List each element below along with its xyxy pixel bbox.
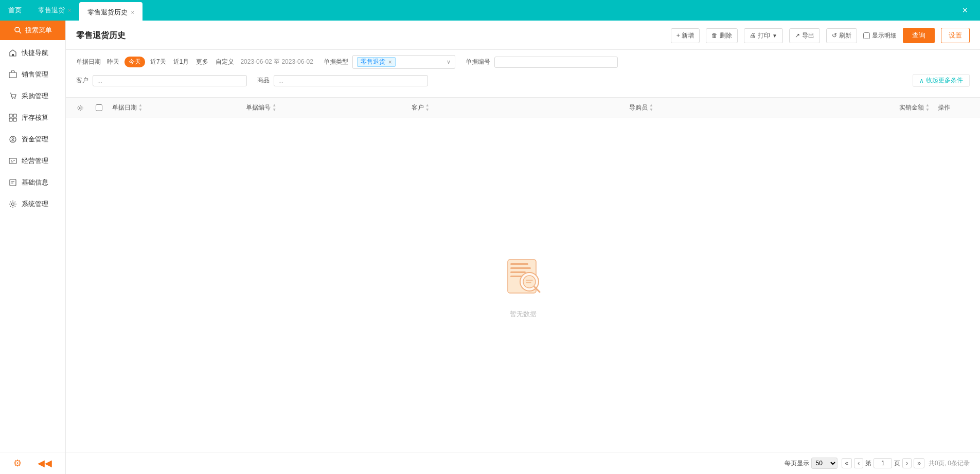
th-guide[interactable]: 导购员 ▲▼ [625,98,790,117]
empty-state: 暂无数据 [66,118,980,452]
purchase-icon [8,92,17,101]
sidebar-item-purchase[interactable]: 采购管理 [0,85,65,107]
page-input[interactable] [874,458,892,468]
search-menu-button[interactable]: 搜索菜单 [0,21,65,40]
th-checkbox[interactable] [90,104,108,111]
sidebar-item-finance[interactable]: 资金管理 [0,129,65,150]
sidebar-item-sales[interactable]: 销售管理 [0,64,65,85]
tab-home[interactable]: 首页 [0,0,30,21]
collapse-label: 收起更多条件 [926,76,963,85]
doc-number-input[interactable] [494,57,618,68]
tab-retail-return-history-close[interactable]: × [131,9,134,15]
date-opt-7days[interactable]: 近7天 [148,57,168,67]
sidebar-items: 快捷导航 销售管理 采购管理 库存核算 [0,40,65,452]
setting-label: 设置 [949,31,962,39]
svg-rect-6 [9,114,12,117]
page-header-top: 零售退货历史 + 新增 🗑 删除 🖨 打印 ▼ ↗ [76,28,970,43]
svg-rect-3 [9,72,16,78]
th-doc-date[interactable]: 单据日期 ▲▼ [108,98,242,117]
page-suffix: 页 [894,459,900,468]
th-settings-icon[interactable] [71,104,90,112]
goods-filter: 商品 ... [257,75,428,86]
refresh-button[interactable]: ↺ 刷新 [826,28,857,43]
sort-icons-date: ▲▼ [138,103,142,112]
svg-rect-11 [9,158,16,163]
doc-type-filter: 单据类型 零售退货 × ∨ [324,55,455,69]
export-label: 导出 [802,31,814,40]
first-page-button[interactable]: « [842,458,852,468]
display-toggle-checkbox[interactable] [863,32,870,39]
table-area: 单据日期 ▲▼ 单据编号 ▲▼ 客户 ▲▼ [66,98,980,452]
date-opt-today[interactable]: 今天 [124,57,145,67]
date-filter: 单据日期 昨天 今天 近7天 近1月 更多 自定义 2023-06-02 至 2… [76,57,313,67]
th-doc-number-label: 单据编号 [246,103,271,112]
doc-type-tag-close[interactable]: × [388,59,392,66]
setting-button[interactable]: 设置 [941,28,970,43]
date-options: 昨天 今天 近7天 近1月 更多 自定义 [105,57,236,67]
doc-type-select[interactable]: 零售退货 × ∨ [352,55,455,69]
per-page-label: 每页显示 [785,459,809,468]
settings-bottom-icon[interactable]: ⚙ [13,458,22,469]
main-layout: 搜索菜单 快捷导航 销售管理 采购管理 [0,21,980,474]
finance-icon [8,135,17,144]
date-opt-custom[interactable]: 自定义 [213,57,236,67]
svg-rect-2 [12,54,14,56]
collapse-button[interactable]: ∧ 收起更多条件 [913,74,970,87]
select-all-checkbox[interactable] [96,104,102,111]
sales-icon [8,70,17,79]
sidebar-item-basic-info[interactable]: 基础信息 [0,172,65,193]
sidebar-item-quick-nav-label: 快捷导航 [22,48,48,58]
date-opt-more[interactable]: 更多 [194,57,210,67]
per-page-dropdown[interactable]: 10 20 50 100 [811,458,838,469]
svg-point-0 [15,27,20,32]
empty-text: 暂无数据 [510,309,537,319]
customer-label: 客户 [76,76,88,85]
date-opt-yesterday[interactable]: 昨天 [105,57,121,67]
sidebar-bottom: ⚙ ◀◀ [0,452,65,474]
query-button[interactable]: 查询 [903,28,935,43]
date-opt-1month[interactable]: 近1月 [171,57,191,67]
sort-icons-amount: ▲▼ [925,103,930,112]
sound-bottom-icon[interactable]: ◀◀ [38,458,52,469]
th-amount[interactable]: 实销金额 ▲▼ [895,98,934,117]
last-page-button[interactable]: » [914,458,924,468]
export-icon: ↗ [795,32,800,39]
add-button[interactable]: + 新增 [671,28,700,43]
top-bar: 首页 零售退货 × 零售退货历史 × × [0,0,980,21]
sidebar-item-inventory[interactable]: 库存核算 [0,107,65,129]
date-range: 2023-06-02 至 2023-06-02 [240,58,313,66]
print-icon: 🖨 [750,32,756,39]
tab-retail-return-history[interactable]: 零售退货历史 × [79,2,142,23]
total-info: 共0页, 0条记录 [929,459,970,468]
doc-type-tag-text: 零售退货 [361,58,385,66]
sidebar-item-operations[interactable]: 经营管理 [0,150,65,172]
sidebar-item-operations-label: 经营管理 [22,156,48,166]
display-toggle-label: 显示明细 [872,31,897,40]
tab-retail-return-label: 零售退货 [38,6,65,15]
query-label: 查询 [912,31,925,39]
sidebar-item-quick-nav[interactable]: 快捷导航 [0,42,65,64]
th-customer[interactable]: 客户 ▲▼ [407,98,625,117]
operations-icon [8,156,17,166]
delete-button[interactable]: 🗑 删除 [706,28,738,43]
page-title: 零售退货历史 [76,30,126,41]
tab-retail-return[interactable]: 零售退货 × [30,0,79,21]
export-button[interactable]: ↗ 导出 [789,28,820,43]
print-button[interactable]: 🖨 打印 ▼ [744,28,783,43]
empty-icon [497,252,549,303]
refresh-label: 刷新 [839,31,851,40]
pagination: 每页显示 10 20 50 100 « ‹ 第 页 › » 共0页, 0条记录 [66,452,980,474]
sidebar-item-system[interactable]: 系统管理 [0,193,65,215]
customer-filter: 客户 ... [76,75,247,86]
goods-select[interactable]: ... [274,75,428,86]
th-doc-number[interactable]: 单据编号 ▲▼ [242,98,407,117]
window-close-button[interactable]: × [958,5,972,16]
page-label: 第 [865,459,871,468]
tab-retail-return-close[interactable]: × [68,7,71,13]
svg-point-13 [12,203,14,206]
svg-point-14 [79,107,81,109]
prev-page-button[interactable]: ‹ [854,458,863,468]
customer-select[interactable]: ... [93,75,247,86]
next-page-button[interactable]: › [902,458,912,468]
th-action: 操作 [934,98,975,117]
